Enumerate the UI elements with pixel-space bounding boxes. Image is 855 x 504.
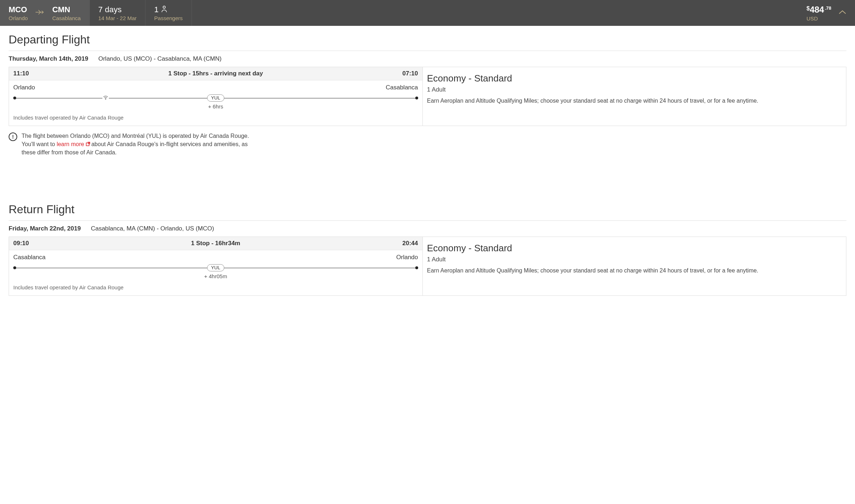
layover-duration: + 4hr05m [13, 273, 418, 279]
price-minor: .78 [825, 5, 831, 11]
stop-badge[interactable]: YUL [207, 264, 224, 271]
layover-duration: + 6hrs [13, 103, 418, 109]
fare-title: Economy - Standard [427, 73, 841, 84]
departing-route: Orlando, US (MCO) - Casablanca, MA (CMN) [98, 55, 222, 62]
learn-more-link[interactable]: learn more [57, 141, 84, 147]
info-icon: ! [9, 132, 17, 141]
price-cell[interactable]: $ 484 .78 USD [798, 0, 855, 26]
dest-block: CMN Casablanca [52, 5, 80, 21]
stops-duration: 1 Stop - 16hr34m [191, 240, 240, 247]
plane-icon [35, 8, 45, 18]
timeline-dot-end [415, 266, 418, 269]
arr-time: 07:10 [402, 70, 418, 77]
price-major: 484 [810, 5, 824, 15]
flight-right: Economy - Standard 1 Adult Earn Aeroplan… [423, 237, 846, 295]
rouge-notice: ! The flight between Orlando (MCO) and M… [9, 130, 260, 164]
fare-sub: 1 Adult [427, 86, 841, 93]
fare-desc: Earn Aeroplan and Altitude Qualifying Mi… [427, 267, 841, 275]
dest-code: CMN [52, 5, 80, 14]
fare-title: Economy - Standard [427, 243, 841, 254]
city-row: Casablanca Orlando [13, 254, 418, 261]
flight-times-header: 09:10 1 Stop - 16hr34m 20:44 [9, 237, 422, 250]
origin-city: Orlando [9, 15, 28, 21]
external-link-icon [86, 142, 92, 147]
dep-time: 11:10 [13, 70, 29, 77]
return-route: Casablanca, MA (CMN) - Orlando, US (MCO) [91, 225, 214, 232]
notice-text: The flight between Orlando (MCO) and Mon… [22, 132, 260, 157]
arr-city: Casablanca [386, 84, 418, 91]
fare-desc: Earn Aeroplan and Altitude Qualifying Mi… [427, 97, 841, 105]
flight-left: 09:10 1 Stop - 16hr34m 20:44 Casablanca … [9, 237, 423, 295]
dep-city: Orlando [13, 84, 35, 91]
price-sign: $ [807, 5, 810, 12]
arr-time: 20:44 [402, 240, 418, 247]
date-range: 14 Mar - 22 Mar [98, 15, 137, 21]
section-gap [9, 164, 846, 200]
departing-flight-card: 11:10 1 Stop - 15hrs - arriving next day… [9, 67, 846, 126]
fare-sub: 1 Adult [427, 256, 841, 263]
departing-title: Departing Flight [9, 33, 846, 46]
origin-block: MCO Orlando [9, 5, 28, 21]
header-spacer [192, 0, 798, 26]
operator-note: Includes travel operated by Air Canada R… [13, 115, 418, 121]
origin-code: MCO [9, 5, 28, 14]
return-title: Return Flight [9, 203, 846, 216]
duration-cell[interactable]: 7 days 14 Mar - 22 Mar [90, 0, 146, 26]
return-date: Friday, March 22nd, 2019 [9, 225, 81, 232]
timeline-dot-start [13, 97, 16, 99]
duration-days: 7 days [98, 5, 137, 14]
flight-timeline: YUL [13, 265, 418, 272]
divider [9, 51, 846, 51]
flight-right: Economy - Standard 1 Adult Earn Aeroplan… [423, 67, 846, 126]
divider [9, 220, 846, 221]
price-currency: USD [807, 15, 818, 22]
route-cell[interactable]: MCO Orlando CMN Casablanca [0, 0, 90, 26]
stop-badge[interactable]: YUL [207, 94, 224, 102]
passengers-cell[interactable]: 1 Passengers [145, 0, 191, 26]
operator-note: Includes travel operated by Air Canada R… [13, 284, 418, 290]
return-flight-card: 09:10 1 Stop - 16hr34m 20:44 Casablanca … [9, 237, 846, 296]
svg-point-1 [105, 99, 106, 99]
flight-times-header: 11:10 1 Stop - 15hrs - arriving next day… [9, 67, 422, 80]
dep-time: 09:10 [13, 240, 29, 247]
flight-left: 11:10 1 Stop - 15hrs - arriving next day… [9, 67, 423, 126]
svg-point-0 [163, 6, 165, 8]
timeline-dot-end [415, 97, 418, 99]
arr-city: Orlando [396, 254, 418, 261]
return-subline: Friday, March 22nd, 2019 Casablanca, MA … [9, 225, 846, 232]
pax-count: 1 [154, 5, 158, 14]
stops-duration: 1 Stop - 15hrs - arriving next day [168, 70, 263, 77]
pax-label: Passengers [154, 15, 182, 21]
person-icon [161, 5, 167, 14]
departing-subline: Thursday, March 14th, 2019 Orlando, US (… [9, 55, 846, 62]
summary-header: MCO Orlando CMN Casablanca 7 days 14 Mar… [0, 0, 855, 26]
wifi-icon [102, 95, 109, 101]
departing-date: Thursday, March 14th, 2019 [9, 55, 88, 62]
flight-timeline: YUL [13, 95, 418, 102]
dest-city: Casablanca [52, 15, 80, 21]
chevron-up-icon[interactable] [838, 10, 846, 16]
dep-city: Casablanca [13, 254, 46, 261]
city-row: Orlando Casablanca [13, 84, 418, 91]
timeline-dot-start [13, 266, 16, 269]
